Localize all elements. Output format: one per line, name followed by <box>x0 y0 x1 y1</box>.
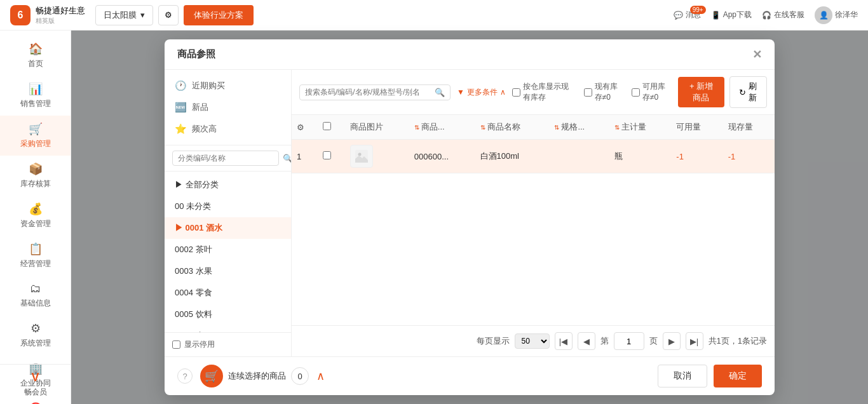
sidebar-label-operation: 经营管理 <box>20 259 51 269</box>
sidebar-item-sales[interactable]: 📊 销售管理 <box>0 76 71 116</box>
category-item-5[interactable]: 0005 饮料 <box>165 304 291 325</box>
sort-code[interactable]: ⇅ 商品... <box>414 121 470 133</box>
page-number-input[interactable] <box>614 332 644 350</box>
sidebar-label-sales: 销售管理 <box>20 98 51 109</box>
cancel-button[interactable]: 取消 <box>658 365 707 387</box>
system-icon: ⚙ <box>31 321 41 335</box>
store-dropdown[interactable]: 日太阳膜 ▾ <box>95 5 153 25</box>
per-page-label: 每页显示 <box>477 335 510 347</box>
category-search-icon[interactable]: 🔍 <box>283 154 292 163</box>
logo-icon: 6 <box>10 5 31 25</box>
page-label: 第 <box>600 335 609 347</box>
sidebar-item-inventory[interactable]: 📦 库存核算 <box>0 156 71 196</box>
cart-button[interactable]: 🛒 <box>200 365 223 387</box>
sidebar-item-basic-info[interactable]: 🗂 基础信息 <box>0 276 71 315</box>
last-page-button[interactable]: ▶| <box>686 332 703 350</box>
td-checkbox[interactable] <box>318 140 345 173</box>
sort-image[interactable]: 商品图片 <box>350 121 404 133</box>
filter-collapse-icon: ∧ <box>500 88 506 97</box>
help-icon-button[interactable]: ? <box>177 368 193 384</box>
image-icon <box>355 150 368 163</box>
row-checkbox[interactable] <box>323 151 331 159</box>
show-disabled-area: 显示停用 <box>165 332 291 356</box>
quick-item-new[interactable]: 🆕 新品 <box>165 97 291 118</box>
quick-label-frequent: 频次高 <box>192 123 217 135</box>
per-page-select[interactable]: 50 100 200 <box>515 333 550 349</box>
add-product-button[interactable]: + 新增商品 <box>678 77 724 107</box>
category-item-all[interactable]: ▶ 全部分类 <box>165 174 291 196</box>
cart-collapse-button[interactable]: ∧ <box>316 369 325 383</box>
messages-button[interactable]: 💬 消息 99+ <box>674 10 701 20</box>
category-item-3[interactable]: 0003 水果 <box>165 260 291 282</box>
product-search-input[interactable] <box>305 88 432 97</box>
product-image <box>350 145 373 168</box>
quick-item-frequent[interactable]: ⭐ 频次高 <box>165 118 291 140</box>
user-profile-button[interactable]: 👤 徐泽华 <box>815 6 858 24</box>
check-warehouse-stock[interactable]: 按仓库显示现有库存 <box>512 81 576 103</box>
th-checkbox[interactable] <box>318 115 345 140</box>
table-row[interactable]: 1 <box>292 140 775 173</box>
total-info: 共1页，1条记录 <box>709 335 767 347</box>
gear-icon: ⚙ <box>165 10 172 20</box>
customer-service-button[interactable]: 🎧 在线客服 <box>762 10 804 20</box>
first-page-button[interactable]: |◀ <box>555 332 573 350</box>
settings-button[interactable]: ⚙ <box>158 5 179 25</box>
trial-button[interactable]: 体验行业方案 <box>184 5 254 25</box>
filter-bar: 🔍 ▼ 更多条件 ∧ 按仓库显示现有库存 <box>292 70 775 115</box>
sidebar-item-member[interactable]: V 畅会员 <box>0 365 71 404</box>
available-stock-checkbox[interactable] <box>584 88 592 97</box>
quick-label-recent: 近期购买 <box>192 80 225 91</box>
headset-icon: 🎧 <box>762 11 771 20</box>
search-icon[interactable]: 🔍 <box>435 88 445 97</box>
main-content-area: 商品参照 ✕ 🕐 近期购买 🆕 新品 <box>71 30 868 404</box>
category-item-2[interactable]: 0002 茶叶 <box>165 239 291 260</box>
show-disabled-checkbox[interactable] <box>172 340 180 349</box>
check-usable-stock[interactable]: 可用库存≠0 <box>632 81 672 103</box>
sort-spec[interactable]: ⇅ 规格... <box>554 121 604 133</box>
select-all-checkbox[interactable] <box>323 122 331 130</box>
usable-stock-checkbox[interactable] <box>632 88 640 97</box>
th-settings[interactable]: ⚙ <box>292 115 318 140</box>
sort-unit[interactable]: ⇅ 主计量 <box>614 121 667 133</box>
star-icon: ⭐ <box>175 123 187 135</box>
filter-more-button[interactable]: ▼ 更多条件 ∧ <box>457 87 506 98</box>
modal-close-button[interactable]: ✕ <box>752 49 762 60</box>
filter-icon: ▼ <box>457 88 465 97</box>
sort-icon-name: ⇅ <box>480 124 485 131</box>
category-item-6[interactable]: 0008 水 <box>165 325 291 332</box>
category-item-1[interactable]: ▶ 0001 酒水 <box>165 217 291 239</box>
sidebar-item-finance[interactable]: 💰 资金管理 <box>0 196 71 236</box>
sidebar-item-purchase[interactable]: 🛒 采购管理 <box>0 116 71 156</box>
category-item-0[interactable]: 00 未分类 <box>165 196 291 217</box>
sort-name[interactable]: ⇅ 商品名称 <box>480 121 545 133</box>
modal-right-panel: 🔍 ▼ 更多条件 ∧ 按仓库显示现有库存 <box>292 70 775 356</box>
warehouse-stock-checkbox[interactable] <box>512 88 520 97</box>
nav-right-area: 💬 消息 99+ 📱 App下载 🎧 在线客服 👤 徐泽华 <box>674 6 858 24</box>
sidebar-label-home: 首页 <box>28 58 43 69</box>
th-name: ⇅ 商品名称 <box>475 115 550 140</box>
sidebar-item-system[interactable]: ⚙ 系统管理 <box>0 315 71 355</box>
home-icon: 🏠 <box>29 42 43 56</box>
prev-page-button[interactable]: ◀ <box>578 332 595 350</box>
page-suffix: 页 <box>649 335 658 347</box>
sidebar-item-home[interactable]: 🏠 首页 <box>0 36 71 76</box>
sort-icon-code: ⇅ <box>414 124 419 131</box>
sidebar-item-operation[interactable]: 📋 经营管理 <box>0 236 71 276</box>
th-name-label: 商品名称 <box>487 121 520 133</box>
cart-area: 🛒 连续选择的商品 0 ∧ <box>200 365 325 387</box>
quick-item-recent[interactable]: 🕐 近期购买 <box>165 75 291 97</box>
check-available-stock[interactable]: 现有库存≠0 <box>584 81 624 103</box>
app-download-button[interactable]: 📱 App下载 <box>711 10 752 20</box>
check2-label: 现有库存≠0 <box>595 81 624 103</box>
refresh-button[interactable]: ↻ 刷新 <box>729 76 767 108</box>
next-page-button[interactable]: ▶ <box>663 332 681 350</box>
search-input-wrap: 🔍 <box>299 84 451 100</box>
category-item-4[interactable]: 0004 零食 <box>165 282 291 304</box>
category-list: ▶ 全部分类 00 未分类 ▶ 0001 酒水 0002 茶叶 0003 水果 … <box>165 172 291 332</box>
th-available-label: 可用量 <box>676 122 701 131</box>
category-search-input[interactable] <box>172 151 279 166</box>
confirm-button[interactable]: 确定 <box>714 365 762 387</box>
td-spec <box>549 140 609 173</box>
modal-left-panel: 🕐 近期购买 🆕 新品 ⭐ 频次高 <box>165 70 292 356</box>
td-unit: 瓶 <box>609 140 672 173</box>
